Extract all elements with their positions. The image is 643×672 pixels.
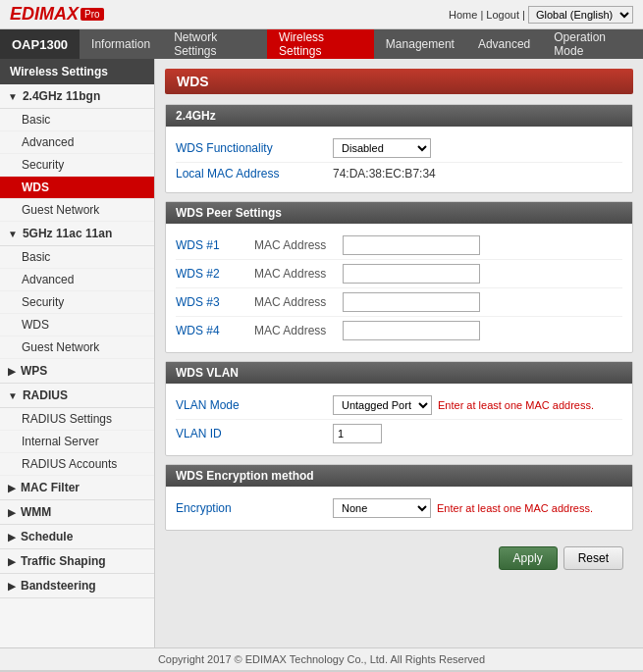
sidebar-group-5ghz-title[interactable]: ▼ 5GHz 11ac 11an — [0, 222, 154, 246]
nav-information[interactable]: Information — [80, 29, 162, 59]
vlan-id-row: VLAN ID — [176, 420, 622, 447]
local-mac-value: 74:DA:38:EC:B7:34 — [333, 167, 436, 181]
button-row: Apply Reset — [165, 539, 633, 578]
sidebar-item-internal-server[interactable]: Internal Server — [0, 431, 154, 453]
wds2-mac-label: MAC Address — [254, 267, 343, 281]
sidebar-group-radius[interactable]: ▼ RADIUS RADIUS Settings Internal Server… — [0, 384, 154, 476]
sidebar-group-5ghz[interactable]: ▼ 5GHz 11ac 11an Basic Advanced Security… — [0, 222, 154, 359]
page-title: WDS — [165, 69, 633, 94]
arrow-icon-mac: ▶ — [8, 483, 16, 493]
wds3-mac-label: MAC Address — [254, 295, 343, 309]
logo-pro: Pro — [80, 8, 104, 21]
nav-management[interactable]: Management — [374, 29, 466, 59]
wds1-row: WDS #1 MAC Address — [176, 232, 622, 260]
arrow-icon-wps: ▶ — [8, 366, 16, 377]
section-24ghz-body: WDS Functionality Disabled Enabled Local… — [166, 127, 632, 192]
sidebar-group-schedule[interactable]: ▶ Schedule — [0, 525, 154, 549]
arrow-icon-traffic: ▶ — [8, 556, 16, 567]
sidebar-group-wmm[interactable]: ▶ WMM — [0, 500, 154, 525]
wds2-input[interactable] — [343, 264, 480, 284]
section-encryption: WDS Encryption method Encryption None WE… — [165, 464, 633, 531]
nav-network-settings[interactable]: Network Settings — [162, 29, 267, 59]
apply-button[interactable]: Apply — [499, 546, 558, 570]
encryption-note: Enter at least one MAC address. — [437, 502, 593, 514]
sidebar-item-24-wds[interactable]: WDS — [0, 177, 154, 199]
wds4-input[interactable] — [343, 321, 480, 340]
sidebar-group-mac-filter[interactable]: ▶ MAC Filter — [0, 476, 154, 500]
sidebar-item-24-basic[interactable]: Basic — [0, 109, 154, 131]
section-peer: WDS Peer Settings WDS #1 MAC Address WDS… — [165, 201, 633, 353]
language-select[interactable]: Global (English) — [528, 6, 633, 24]
wds3-input[interactable] — [343, 292, 480, 312]
arrow-icon-bandsteering: ▶ — [8, 581, 16, 592]
sidebar-item-5-wds[interactable]: WDS — [0, 314, 154, 336]
wds4-mac-label: MAC Address — [254, 324, 343, 337]
sidebar-item-5-basic[interactable]: Basic — [0, 246, 154, 269]
sidebar-item-5-guest[interactable]: Guest Network — [0, 336, 154, 359]
vlan-id-input[interactable] — [333, 424, 382, 443]
sidebar-item-5-advanced[interactable]: Advanced — [0, 269, 154, 291]
sidebar-header: Wireless Settings — [0, 59, 154, 84]
section-vlan-header: WDS VLAN — [166, 362, 632, 384]
functionality-row: WDS Functionality Disabled Enabled — [176, 134, 622, 163]
logo: EDIMAXPro — [10, 4, 104, 25]
arrow-icon-schedule: ▶ — [8, 532, 16, 543]
encryption-select[interactable]: None WEP WPA — [333, 498, 431, 518]
local-mac-label: Local MAC Address — [176, 167, 333, 181]
logout-link[interactable]: Logout — [486, 9, 519, 21]
wds2-label: WDS #2 — [176, 267, 254, 281]
vlan-mode-row: VLAN Mode Untagged Port Tagged Port Ente… — [176, 391, 622, 420]
section-24ghz-header: 2.4GHz — [166, 105, 632, 127]
home-link[interactable]: Home — [449, 9, 477, 21]
sidebar-item-24-security[interactable]: Security — [0, 154, 154, 177]
wds1-mac-label: MAC Address — [254, 238, 343, 252]
sidebar-item-24-advanced[interactable]: Advanced — [0, 131, 154, 154]
wds2-row: WDS #2 MAC Address — [176, 260, 622, 288]
sidebar-item-5-security[interactable]: Security — [0, 291, 154, 314]
section-24ghz: 2.4GHz WDS Functionality Disabled Enable… — [165, 104, 633, 193]
vlan-mode-note: Enter at least one MAC address. — [438, 399, 594, 411]
section-peer-header: WDS Peer Settings — [166, 202, 632, 224]
footer-text: Copyright 2017 © EDIMAX Technology Co., … — [158, 653, 485, 665]
nav-model: OAP1300 — [0, 29, 80, 59]
sidebar-item-24-guest[interactable]: Guest Network — [0, 199, 154, 222]
sidebar-group-24ghz[interactable]: ▼ 2.4GHz 11bgn Basic Advanced Security W… — [0, 84, 154, 222]
sidebar-group-wps[interactable]: ▶ WPS — [0, 359, 154, 384]
footer: Copyright 2017 © EDIMAX Technology Co., … — [0, 647, 643, 670]
sidebar-item-radius-settings[interactable]: RADIUS Settings — [0, 408, 154, 431]
nav-bar: OAP1300 Information Network Settings Wir… — [0, 29, 643, 59]
nav-operation-mode[interactable]: Operation Mode — [542, 29, 643, 59]
functionality-label: WDS Functionality — [176, 141, 333, 155]
wds4-label: WDS #4 — [176, 324, 254, 337]
sidebar-group-radius-title[interactable]: ▼ RADIUS — [0, 384, 154, 408]
top-links: Home | Logout | Global (English) — [449, 6, 633, 24]
sidebar-group-traffic-shaping[interactable]: ▶ Traffic Shaping — [0, 549, 154, 574]
section-vlan: WDS VLAN VLAN Mode Untagged Port Tagged … — [165, 361, 633, 456]
wds1-label: WDS #1 — [176, 238, 254, 252]
section-encryption-header: WDS Encryption method — [166, 465, 632, 487]
sidebar-group-bandsteering[interactable]: ▶ Bandsteering — [0, 574, 154, 598]
vlan-mode-label: VLAN Mode — [176, 398, 333, 412]
functionality-select[interactable]: Disabled Enabled — [333, 138, 431, 158]
top-bar: EDIMAXPro Home | Logout | Global (Englis… — [0, 0, 643, 29]
section-peer-body: WDS #1 MAC Address WDS #2 MAC Address WD… — [166, 224, 632, 352]
sidebar-item-radius-accounts[interactable]: RADIUS Accounts — [0, 453, 154, 476]
section-vlan-body: VLAN Mode Untagged Port Tagged Port Ente… — [166, 384, 632, 455]
nav-wireless-settings[interactable]: Wireless Settings — [267, 29, 374, 59]
layout: Wireless Settings ▼ 2.4GHz 11bgn Basic A… — [0, 59, 643, 647]
sidebar-group-24ghz-title[interactable]: ▼ 2.4GHz 11bgn — [0, 84, 154, 109]
encryption-row: Encryption None WEP WPA Enter at least o… — [176, 494, 622, 522]
vlan-mode-select[interactable]: Untagged Port Tagged Port — [333, 395, 432, 415]
arrow-icon-radius: ▼ — [8, 390, 18, 401]
vlan-id-label: VLAN ID — [176, 427, 333, 440]
arrow-icon-wmm: ▶ — [8, 507, 16, 518]
wds3-row: WDS #3 MAC Address — [176, 288, 622, 317]
mac-address-row: Local MAC Address 74:DA:38:EC:B7:34 — [176, 163, 622, 184]
arrow-icon-5ghz: ▼ — [8, 229, 18, 239]
nav-advanced[interactable]: Advanced — [466, 29, 542, 59]
logo-text: EDIMAX — [10, 4, 79, 25]
main-content: WDS 2.4GHz WDS Functionality Disabled En… — [155, 59, 643, 647]
wds1-input[interactable] — [343, 235, 480, 255]
reset-button[interactable]: Reset — [563, 546, 623, 570]
wds3-label: WDS #3 — [176, 295, 254, 309]
